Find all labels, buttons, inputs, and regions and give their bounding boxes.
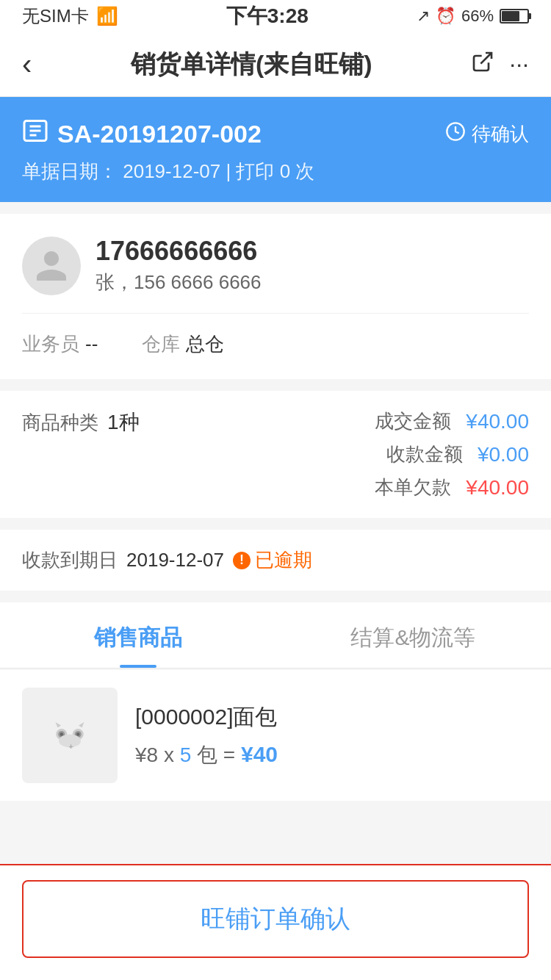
tab-products[interactable]: 销售商品 (0, 602, 276, 668)
warehouse-meta: 仓库 总仓 (142, 331, 224, 357)
customer-section: 17666666666 张，156 6666 6666 业务员 -- 仓库 总仓 (0, 214, 551, 379)
status-left: 无SIM卡 📶 (22, 4, 118, 28)
time-label: 下午3:28 (226, 2, 309, 30)
summary-section: 商品种类 1种 成交金额 ¥40.00 收款金额 ¥0.00 本单欠款 ¥40.… (0, 391, 551, 518)
product-section: + [0000002]面包 ¥8 x 5 包 = ¥40 (0, 670, 551, 801)
status-bar: 无SIM卡 📶 下午3:28 ↗ ⏰ 66% (0, 0, 551, 32)
wifi-icon: 📶 (96, 6, 118, 26)
overdue-badge: ! 已逾期 (233, 547, 312, 573)
product-info: [0000002]面包 ¥8 x 5 包 = ¥40 (135, 702, 278, 769)
amount-summary: 成交金额 ¥40.00 收款金额 ¥0.00 本单欠款 ¥40.00 (375, 408, 529, 500)
transaction-amount-value: ¥40.00 (466, 410, 529, 433)
owed-amount-value: ¥40.00 (466, 476, 529, 500)
due-label: 收款到期日 (22, 547, 118, 573)
page-title: 销货单详情(来自旺铺) (131, 48, 372, 82)
customer-name: 张，156 6666 6666 (96, 270, 262, 295)
transaction-amount-row: 成交金额 ¥40.00 (375, 408, 529, 434)
tab-settlement[interactable]: 结算&物流等 (276, 602, 551, 668)
avatar (22, 237, 81, 295)
order-number-row: SA-20191207-002 待确认 (22, 118, 529, 150)
product-price: ¥8 x 5 包 = ¥40 (135, 741, 278, 769)
carrier-label: 无SIM卡 (22, 4, 89, 28)
tabs-bar: 销售商品 结算&物流等 (0, 602, 551, 669)
svg-text:+: + (69, 742, 73, 751)
due-date-value: 2019-12-07 (126, 549, 224, 572)
product-item: + [0000002]面包 ¥8 x 5 包 = ¥40 (22, 688, 529, 783)
overdue-text: 已逾期 (255, 547, 312, 573)
order-status-badge: 待确认 (445, 121, 529, 147)
order-date-row: 单据日期： 2019-12-07 | 打印 0 次 (22, 159, 529, 184)
alarm-icon: ⏰ (436, 7, 455, 26)
customer-info: 17666666666 张，156 6666 6666 (96, 236, 262, 295)
received-amount-value: ¥0.00 (478, 443, 529, 466)
clock-icon (445, 121, 466, 147)
location-icon: ↗ (417, 7, 430, 26)
svg-point-11 (76, 732, 80, 736)
status-right: ↗ ⏰ 66% (417, 7, 529, 26)
nav-left: ‹ (22, 48, 32, 81)
nav-bar: ‹ 销货单详情(来自旺铺) ··· (0, 32, 551, 97)
svg-marker-14 (79, 722, 84, 728)
svg-point-10 (60, 732, 64, 736)
owed-amount-row: 本单欠款 ¥40.00 (375, 475, 529, 500)
svg-line-0 (481, 53, 492, 64)
product-thumbnail: + (22, 688, 118, 783)
product-type: 商品种类 1种 (22, 408, 140, 436)
confirm-button-area: 旺铺订单确认 (0, 864, 551, 980)
meta-row: 业务员 -- 仓库 总仓 (22, 331, 529, 357)
doc-icon (22, 118, 48, 150)
back-button[interactable]: ‹ (22, 48, 32, 81)
customer-phone: 17666666666 (96, 236, 262, 267)
received-amount-row: 收款金额 ¥0.00 (386, 442, 529, 467)
overdue-icon: ! (233, 552, 251, 569)
nav-right: ··· (471, 50, 529, 79)
salesperson-meta: 业务员 -- (22, 331, 98, 357)
share-icon[interactable] (471, 50, 494, 79)
svg-marker-13 (56, 722, 62, 728)
order-number: SA-20191207-002 (22, 118, 262, 150)
due-date-section: 收款到期日 2019-12-07 ! 已逾期 (0, 530, 551, 591)
customer-row: 17666666666 张，156 6666 6666 (22, 236, 529, 295)
more-icon[interactable]: ··· (509, 51, 529, 78)
battery-label: 66% (461, 7, 494, 26)
product-name: [0000002]面包 (135, 702, 278, 732)
confirm-order-button[interactable]: 旺铺订单确认 (22, 880, 529, 958)
order-header-card: SA-20191207-002 待确认 单据日期： 2019-12-07 | 打… (0, 97, 551, 202)
battery-icon (500, 9, 529, 24)
